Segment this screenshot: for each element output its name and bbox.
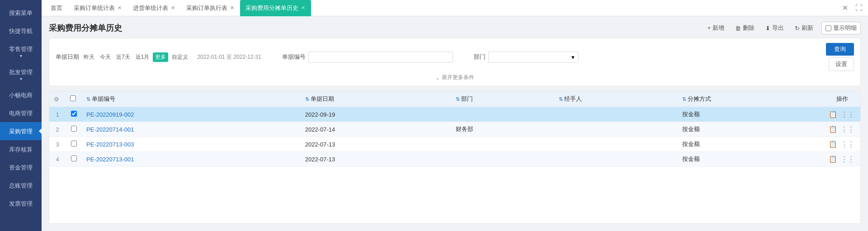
row-ops: 📋 ⋮⋮ xyxy=(824,122,860,137)
sort-icon-order-no[interactable]: ⇅ xyxy=(86,96,90,102)
row-dept: 财务部 xyxy=(451,122,554,137)
refresh-icon: ↻ xyxy=(795,25,800,32)
more-icon[interactable]: ⋮⋮ xyxy=(841,125,854,133)
row-split-method: 按金额 xyxy=(678,107,824,122)
col-settings: ⚙ xyxy=(49,91,66,107)
maximize-window-icon[interactable]: ⛶ xyxy=(854,4,864,12)
order-no-input[interactable] xyxy=(308,52,453,63)
tab-purchase-expense-history[interactable]: 采购费用分摊单历史✕ xyxy=(240,0,311,16)
sidebar-item-finance[interactable]: 资金管理 xyxy=(0,158,42,176)
sidebar-item-wholesale[interactable]: 批发管理▾ xyxy=(0,63,42,86)
col-split-method: ⇅ 分摊方式 xyxy=(678,91,824,107)
add-button[interactable]: + 新增 xyxy=(705,22,727,34)
order-no-link[interactable]: PE-20220713-003 xyxy=(86,141,134,148)
row-checkbox[interactable] xyxy=(71,126,77,132)
edit-icon[interactable]: 📋 xyxy=(829,125,837,133)
tab-purchase-order-exec[interactable]: 采购订单执行表✕ xyxy=(181,0,240,16)
date-shortcuts: 昨天 今天 近7天 近1月 更多 自定义 xyxy=(82,52,190,62)
shortcut-more[interactable]: 更多 xyxy=(153,52,168,62)
order-no-link[interactable]: PE-20220919-002 xyxy=(86,111,134,118)
sidebar-arrow-icon: ▾ xyxy=(2,53,40,58)
table-row: 2 PE-20220714-001 2022-07-14 财务部 按金额 📋 ⋮… xyxy=(49,122,860,137)
more-icon[interactable]: ⋮⋮ xyxy=(841,110,854,118)
sidebar-item-search[interactable]: 搜索菜单 xyxy=(0,4,42,22)
page-content-area: 采购费用分摊单历史 + 新增 🗑 删除 ⬇ 导出 ↻ 刷新 显示明细 xyxy=(42,16,868,231)
sidebar-item-ledger[interactable]: 总账管理 xyxy=(0,176,42,194)
settings-button[interactable]: 设置 xyxy=(829,57,854,71)
show-cols-button[interactable]: 显示明细 xyxy=(821,22,861,34)
table-body: 1 PE-20220919-002 2022-09-19 按金额 📋 ⋮⋮ 2 xyxy=(49,107,860,167)
sidebar-item-inventory[interactable]: 库存核算 xyxy=(0,140,42,158)
tab-label: 采购费用分摊单历史 xyxy=(245,4,298,12)
page-title: 采购费用分摊单历史 xyxy=(49,23,122,33)
sort-icon-split[interactable]: ⇅ xyxy=(682,96,686,102)
row-num: 2 xyxy=(49,122,66,137)
row-handler xyxy=(554,107,678,122)
edit-icon[interactable]: 📋 xyxy=(829,155,837,163)
row-ops: 📋 ⋮⋮ xyxy=(824,152,860,167)
tab-home[interactable]: 首页 xyxy=(45,0,68,16)
shortcut-yesterday[interactable]: 昨天 xyxy=(82,52,96,62)
date-range-display: 2022-01-01 至 2022-12-31 xyxy=(197,53,261,61)
data-table-container: ⚙ ⇅ 单据编号 ⇅ xyxy=(49,91,861,224)
filter-right-actions: 查询 设置 xyxy=(826,43,854,71)
export-button[interactable]: ⬇ 导出 xyxy=(763,22,787,34)
more-icon[interactable]: ⋮⋮ xyxy=(841,155,854,163)
sidebar-item-shortcut[interactable]: 快捷导航 xyxy=(0,22,42,40)
expand-conditions-button[interactable]: ⌄ 展开更多条件 xyxy=(435,74,474,81)
row-checkbox[interactable] xyxy=(71,156,77,161)
shortcut-custom[interactable]: 自定义 xyxy=(170,52,190,62)
tab-close-icon[interactable]: ✕ xyxy=(171,5,175,11)
col-order-no: ⇅ 单据编号 xyxy=(82,91,301,107)
order-no-link[interactable]: PE-20220713-001 xyxy=(86,156,134,163)
row-checkbox[interactable] xyxy=(71,111,77,117)
sort-icon-handler[interactable]: ⇅ xyxy=(559,96,563,102)
row-num: 3 xyxy=(49,137,66,152)
date-filter-group: 单据日期 昨天 今天 近7天 近1月 更多 自定义 xyxy=(56,52,190,62)
more-icon[interactable]: ⋮⋮ xyxy=(841,140,854,148)
edit-icon[interactable]: 📋 xyxy=(829,110,837,118)
row-checkbox-cell xyxy=(66,152,82,167)
dept-select[interactable]: ▾ xyxy=(488,52,579,63)
sidebar-item-mini[interactable]: 小畅电商 xyxy=(0,86,42,104)
export-icon: ⬇ xyxy=(765,25,770,32)
sort-icon-date[interactable]: ⇅ xyxy=(305,96,309,102)
sidebar-item-purchase[interactable]: 采购管理 xyxy=(0,122,42,140)
row-handler xyxy=(554,122,678,137)
order-no-filter-group: 单据编号 xyxy=(282,52,453,63)
column-settings-icon[interactable]: ⚙ xyxy=(54,96,59,103)
order-no-link[interactable]: PE-20220714-001 xyxy=(86,126,134,133)
sidebar-item-invoice[interactable]: 发票管理 xyxy=(0,194,42,212)
tab-goods-stats[interactable]: 进货单统计表✕ xyxy=(127,0,181,16)
edit-icon[interactable]: 📋 xyxy=(829,140,837,148)
filter-row: 单据日期 昨天 今天 近7天 近1月 更多 自定义 2022-01-01 至 2… xyxy=(56,43,854,71)
order-no-label: 单据编号 xyxy=(282,53,306,61)
sidebar-item-retail[interactable]: 零售管理▾ xyxy=(0,40,42,63)
show-cols-checkbox[interactable] xyxy=(826,25,831,31)
tab-close-icon[interactable]: ✕ xyxy=(301,5,305,11)
tab-purchase-order-stats[interactable]: 采购订单统计表✕ xyxy=(68,0,127,16)
refresh-button[interactable]: ↻ 刷新 xyxy=(792,22,816,34)
tab-close-icon[interactable]: ✕ xyxy=(230,5,234,11)
tab-actions: ✕ ⛶ xyxy=(840,4,864,12)
query-button[interactable]: 查询 xyxy=(826,43,854,56)
col-date: ⇅ 单据日期 xyxy=(301,91,451,107)
sort-icon-dept[interactable]: ⇅ xyxy=(456,96,460,102)
delete-button[interactable]: 🗑 删除 xyxy=(732,22,757,34)
data-table: ⚙ ⇅ 单据编号 ⇅ xyxy=(49,91,860,167)
row-order-no: PE-20220714-001 xyxy=(82,122,301,137)
shortcut-today[interactable]: 今天 xyxy=(98,52,113,62)
select-all-checkbox[interactable] xyxy=(70,95,76,101)
dept-label: 部门 xyxy=(474,53,486,61)
tab-close-icon[interactable]: ✕ xyxy=(118,5,122,11)
shortcut-1month[interactable]: 近1月 xyxy=(134,52,151,62)
tab-label: 采购订单执行表 xyxy=(186,4,227,12)
row-num: 4 xyxy=(49,152,66,167)
shortcut-7days[interactable]: 近7天 xyxy=(114,52,132,62)
row-checkbox[interactable] xyxy=(71,141,77,146)
row-order-no: PE-20220919-002 xyxy=(82,107,301,122)
sidebar-item-ecom[interactable]: 电商管理 xyxy=(0,104,42,122)
close-window-icon[interactable]: ✕ xyxy=(840,4,850,12)
settings-row: 设置 xyxy=(829,57,854,71)
row-order-no: PE-20220713-001 xyxy=(82,152,301,167)
